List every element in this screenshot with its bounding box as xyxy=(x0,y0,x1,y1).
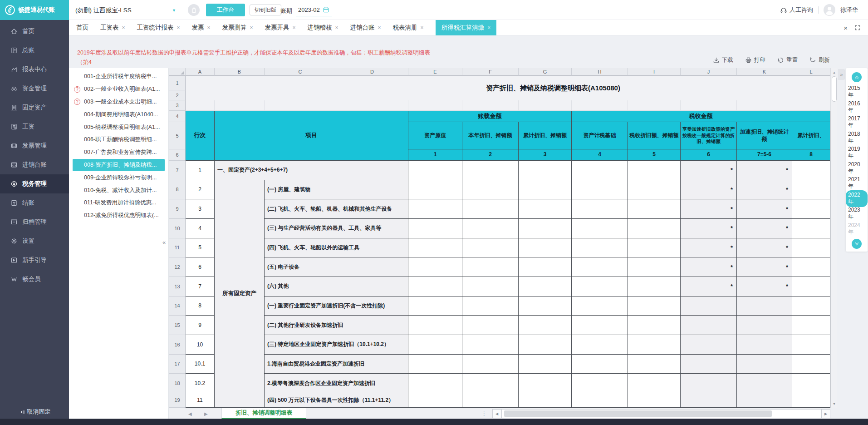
cell-J-row18[interactable] xyxy=(681,374,737,393)
column-header-F[interactable]: F xyxy=(462,68,519,76)
report-item-7[interactable]: 008-资产折旧、摊销及纳税... xyxy=(73,159,165,172)
download-button[interactable]: 下载 xyxy=(713,56,733,64)
tab-2[interactable]: 工资统计报表× xyxy=(137,20,180,35)
cell-item-10.2[interactable]: 2.横琴粤澳深度合作区企业固定资产加速折旧 xyxy=(265,374,408,393)
cell-J-row11[interactable]: * xyxy=(681,238,737,258)
row-header-19[interactable]: 19 xyxy=(169,393,186,408)
close-icon[interactable]: × xyxy=(843,24,848,32)
support-button[interactable]: 人工咨询 xyxy=(780,6,813,14)
cell-J-row14[interactable] xyxy=(681,297,737,316)
header-col-8[interactable]: 累计折旧、 xyxy=(792,122,830,149)
collapse-panel-icon[interactable]: « xyxy=(162,237,169,247)
header-colnum-4[interactable]: 4 xyxy=(572,149,628,161)
empty-cell[interactable] xyxy=(792,100,830,111)
years-scroll-down-button[interactable] xyxy=(852,239,862,249)
report-item-10[interactable]: 011-研发费用加计扣除优惠... xyxy=(69,197,168,209)
cell-E-row14[interactable] xyxy=(408,297,462,316)
cell-L-row14[interactable] xyxy=(792,297,830,316)
cell-K-row8[interactable]: * xyxy=(737,180,792,200)
avatar[interactable] xyxy=(824,4,835,16)
tab-6[interactable]: 进销稽核× xyxy=(308,20,338,35)
sidebar-item-settings[interactable]: 设置 xyxy=(0,232,69,251)
hscrollbar-track[interactable] xyxy=(501,409,821,418)
cell-F-row12[interactable] xyxy=(462,257,519,277)
cell-J-row12[interactable]: * xyxy=(681,257,737,277)
empty-cell[interactable] xyxy=(462,100,519,111)
cell-L-row15[interactable] xyxy=(792,316,830,335)
column-header-K[interactable]: K xyxy=(737,68,792,76)
cell-J-row19[interactable] xyxy=(681,393,737,408)
cell-lineno-10[interactable]: 10 xyxy=(186,335,215,355)
empty-cell[interactable] xyxy=(681,100,737,111)
cell-I-row12[interactable] xyxy=(628,257,681,277)
company-selector[interactable]: (勿删) 江西服宝-LSS ▼ xyxy=(75,4,179,17)
cell-G-row14[interactable] xyxy=(519,297,572,316)
cell-H-row13[interactable] xyxy=(572,277,628,297)
cell-L-row19[interactable] xyxy=(792,393,830,408)
row-header-9[interactable]: 9 xyxy=(169,199,186,219)
report-item-11[interactable]: 012-减免所得税优惠明细表(... xyxy=(69,209,168,222)
cell-H-row12[interactable] xyxy=(572,257,628,277)
cell-lineno-6[interactable]: 6 xyxy=(186,257,215,277)
cell-lineno-8[interactable]: 8 xyxy=(186,297,215,316)
cell-L-row17[interactable] xyxy=(792,355,830,374)
year-2016年[interactable]: 2016年 xyxy=(846,100,868,115)
cell-item-10[interactable]: (三) 特定地区企业固定资产加速折旧（10.1+10.2） xyxy=(265,335,408,355)
cell-E-row19[interactable] xyxy=(408,393,462,408)
tab-1[interactable]: 工资表× xyxy=(100,20,125,35)
header-colnum-5[interactable]: 5 xyxy=(628,149,681,161)
cell-lineno-3[interactable]: 3 xyxy=(186,199,215,219)
sidebar-item-tax[interactable]: 税务管理 xyxy=(0,174,69,193)
header-col-1[interactable]: 资产原值 xyxy=(408,122,462,149)
cell-E-row10[interactable] xyxy=(408,219,462,238)
cell-L-row16[interactable] xyxy=(792,335,830,355)
cell-I-row7[interactable] xyxy=(628,161,681,180)
cell-item-9[interactable]: (二) 其他行业研发设备加速折旧 xyxy=(265,316,408,335)
tab-9[interactable]: 所得税汇算清缴× xyxy=(436,20,497,35)
cell-K-row15[interactable] xyxy=(737,316,792,335)
cell-E-row17[interactable] xyxy=(408,355,462,374)
cell-I-row17[interactable] xyxy=(628,355,681,374)
cell-I-row14[interactable] xyxy=(628,297,681,316)
cell-F-row7[interactable] xyxy=(462,161,519,180)
cell-E-row9[interactable] xyxy=(408,199,462,219)
sheet-next-button[interactable]: ▶ xyxy=(204,408,208,419)
tab-close-icon[interactable]: × xyxy=(335,25,338,31)
cell-F-row13[interactable] xyxy=(462,277,519,297)
cell-L-row18[interactable] xyxy=(792,374,830,393)
cell-H-row9[interactable] xyxy=(572,199,628,219)
cell-G-row9[interactable] xyxy=(519,199,572,219)
clipboard-button[interactable] xyxy=(188,4,200,16)
tab-close-icon[interactable]: × xyxy=(207,25,211,31)
column-header-H[interactable]: H xyxy=(572,68,628,76)
year-2019年[interactable]: 2019年 xyxy=(846,145,868,161)
cell-J-row13[interactable]: * xyxy=(681,277,737,297)
sidebar-item-invoice[interactable]: 发票管理 xyxy=(0,136,69,155)
sheet-title[interactable]: 资产折旧、摊销及纳税调整明细表(A105080) xyxy=(186,76,830,100)
cell-J-row9[interactable]: * xyxy=(681,199,737,219)
cell-lineno-11[interactable]: 11 xyxy=(186,393,215,408)
sidebar-item-guide[interactable]: 新手引导 xyxy=(0,251,69,270)
report-item-5[interactable]: 006-职工薪酬纳税调整明细... xyxy=(69,133,168,146)
report-item-3[interactable]: 004-期间费用明细表(A1040... xyxy=(69,108,168,121)
sidebar-item-home[interactable]: 首页 xyxy=(0,22,69,41)
sheet-corner-cell[interactable] xyxy=(169,68,186,76)
cell-lineno-10.2[interactable]: 10.2 xyxy=(186,374,215,393)
header-colnum-8[interactable]: 8 xyxy=(792,149,830,161)
header-tax-group[interactable]: 税收金额 xyxy=(572,111,830,122)
cell-K-row17[interactable] xyxy=(737,355,792,374)
sidebar-item-archive[interactable]: 归档管理 xyxy=(0,212,69,232)
tab-close-icon[interactable]: × xyxy=(378,25,381,31)
header-colnum-2[interactable]: 2 xyxy=(462,149,519,161)
tab-close-icon[interactable]: × xyxy=(293,25,296,31)
column-header-E[interactable]: E xyxy=(408,68,462,76)
switch-old-version-button[interactable]: 切到旧版 xyxy=(250,5,281,15)
sidebar-item-payroll[interactable]: 工资 xyxy=(0,117,69,136)
header-colnum-6[interactable]: 6 xyxy=(681,149,737,161)
year-2020年[interactable]: 2020年 xyxy=(846,161,868,176)
tab-4[interactable]: 发票测算× xyxy=(222,20,253,35)
year-2018年[interactable]: 2018年 xyxy=(846,130,868,146)
empty-cell[interactable] xyxy=(336,100,408,111)
cell-item-10.1[interactable]: 1.海南自由贸易港企业固定资产加速折旧 xyxy=(265,355,408,374)
cell-K-row11[interactable]: * xyxy=(737,238,792,258)
